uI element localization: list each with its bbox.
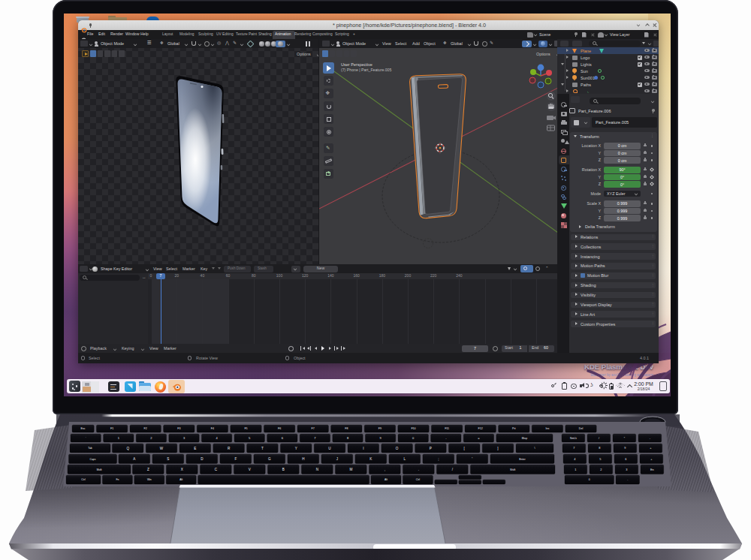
svg-text:F5: F5 (244, 427, 247, 430)
svg-text:Q: Q (126, 447, 129, 450)
svg-text:I: I (363, 447, 363, 450)
svg-text:F9: F9 (379, 427, 382, 430)
svg-text:Caps: Caps (90, 458, 96, 461)
svg-text:Alt: Alt (385, 478, 388, 481)
svg-text:E: E (194, 447, 196, 450)
svg-text:Shift: Shift (96, 468, 101, 471)
svg-text:2: 2 (600, 468, 602, 471)
svg-text:J: J (336, 457, 338, 461)
svg-text:Prt: Prt (512, 427, 516, 430)
svg-text:W: W (160, 447, 164, 450)
svg-text:G: G (268, 457, 271, 461)
svg-text:Ctrl: Ctrl (81, 478, 86, 481)
svg-text:F6: F6 (278, 427, 281, 430)
svg-text:;: ; (438, 457, 439, 461)
svg-text:.: . (627, 478, 628, 481)
svg-text:6: 6 (625, 458, 626, 461)
svg-text:F12: F12 (478, 427, 483, 430)
svg-text:Tab: Tab (88, 447, 92, 450)
svg-text:O: O (396, 447, 399, 450)
svg-text:Enter: Enter (519, 458, 526, 461)
svg-text:P: P (430, 447, 432, 450)
svg-text:T: T (261, 447, 264, 450)
svg-text:Bksp: Bksp (522, 437, 528, 440)
svg-text:Shift: Shift (510, 468, 515, 471)
svg-text:F11: F11 (445, 427, 449, 430)
svg-text:Esc: Esc (81, 427, 86, 430)
svg-text:NmLk: NmLk (570, 437, 577, 440)
svg-text:Del: Del (579, 427, 584, 430)
svg-text:': ' (472, 457, 472, 461)
svg-text:/: / (599, 437, 599, 440)
svg-text:H: H (302, 457, 304, 461)
svg-text:Y: Y (295, 447, 297, 450)
svg-text:0: 0 (589, 478, 590, 481)
svg-text:U: U (328, 447, 330, 450)
svg-text:Win: Win (147, 478, 152, 481)
svg-text:F1: F1 (110, 427, 113, 430)
svg-text:3: 3 (626, 468, 627, 471)
svg-text:F4: F4 (211, 427, 214, 430)
svg-text:7: 7 (573, 447, 575, 450)
svg-text:-: - (650, 437, 650, 440)
svg-text:8: 8 (599, 447, 600, 450)
svg-text:.: . (418, 468, 419, 471)
svg-text:4: 4 (574, 458, 575, 461)
svg-text:,: , (385, 468, 385, 471)
svg-text:9: 9 (624, 447, 626, 450)
svg-text:F2: F2 (144, 427, 147, 430)
svg-text:F: F (234, 457, 237, 461)
svg-text:F7: F7 (312, 427, 315, 430)
svg-text:Ins: Ins (546, 427, 550, 430)
svg-text:Z: Z (147, 468, 149, 471)
svg-text:En: En (650, 468, 654, 471)
svg-text:M: M (349, 468, 352, 471)
svg-text:1: 1 (575, 468, 576, 471)
svg-text:S: S (167, 457, 169, 461)
svg-text:Fn: Fn (116, 478, 119, 481)
svg-text:F10: F10 (411, 427, 415, 430)
svg-text:5: 5 (599, 458, 601, 461)
svg-text:L: L (404, 457, 406, 461)
svg-text:F8: F8 (345, 427, 348, 430)
svg-text:N: N (316, 468, 318, 471)
svg-text:X: X (181, 468, 183, 471)
svg-text:Ctrl: Ctrl (416, 478, 421, 481)
svg-text:F3: F3 (177, 427, 180, 430)
svg-text:Alt: Alt (179, 478, 182, 481)
svg-text:\: \ (535, 447, 535, 450)
svg-text:B: B (282, 468, 285, 471)
svg-text:]: ] (497, 447, 498, 450)
